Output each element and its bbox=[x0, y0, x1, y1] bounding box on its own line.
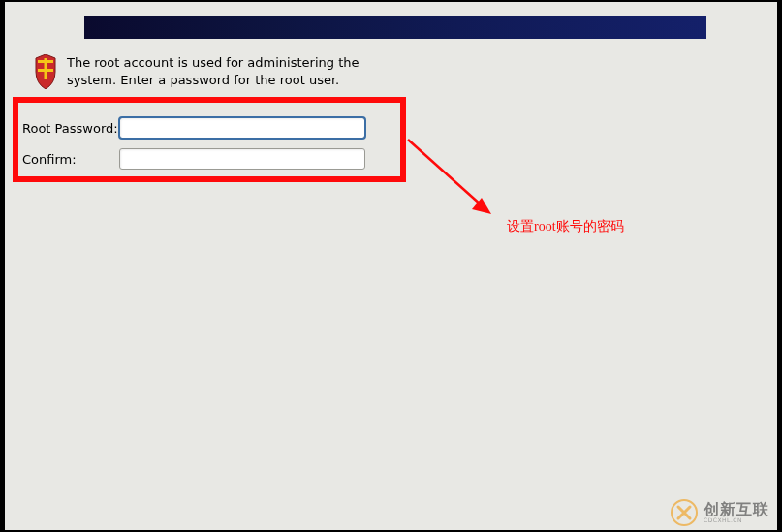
svg-marker-4 bbox=[472, 198, 491, 214]
root-password-input[interactable] bbox=[119, 117, 365, 139]
root-password-row: Root Password: bbox=[22, 117, 365, 139]
installer-window: The root account is used for administeri… bbox=[5, 2, 777, 530]
shield-icon bbox=[34, 54, 57, 89]
annotation-arrow-icon bbox=[406, 134, 493, 221]
watermark-logo-icon bbox=[671, 499, 698, 526]
description-text: The root account is used for administeri… bbox=[67, 54, 377, 88]
watermark: 创新互联 CDCXHL.CN bbox=[671, 499, 769, 526]
svg-line-3 bbox=[408, 140, 482, 205]
root-password-label: Root Password: bbox=[22, 121, 119, 136]
svg-rect-2 bbox=[38, 69, 53, 72]
annotation-text: 设置root账号的密码 bbox=[507, 218, 624, 235]
watermark-text: 创新互联 CDCXHL.CN bbox=[704, 502, 769, 523]
confirm-password-label: Confirm: bbox=[22, 152, 119, 167]
confirm-password-input[interactable] bbox=[119, 148, 365, 170]
watermark-main-text: 创新互联 bbox=[704, 502, 769, 517]
confirm-password-row: Confirm: bbox=[22, 148, 365, 170]
description-row: The root account is used for administeri… bbox=[34, 54, 377, 89]
header-band bbox=[84, 16, 706, 39]
